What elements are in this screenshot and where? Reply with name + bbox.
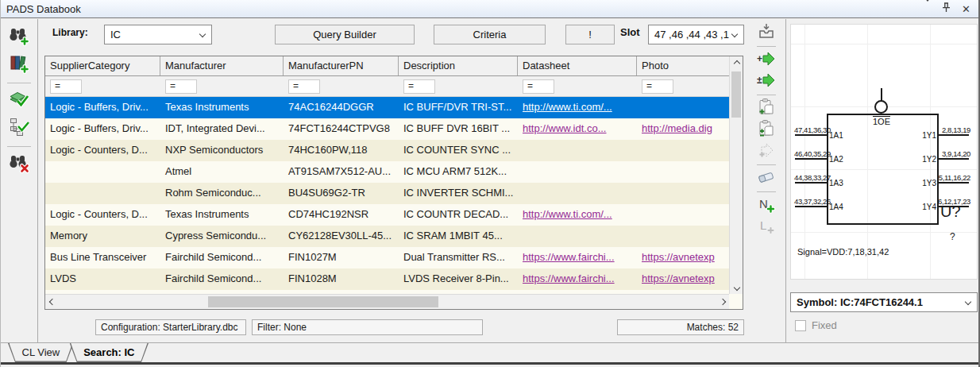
photo-link[interactable]: https://avnetexp xyxy=(637,247,729,268)
symbol-preview: 1OE U? ? Signal=VDD:7,18,31,42 47,41,36,… xyxy=(790,24,978,280)
filter-input[interactable]: = xyxy=(288,79,320,94)
filter-cell: = xyxy=(399,79,518,94)
table-cell: FIN1027M xyxy=(284,247,399,268)
table-row[interactable]: Logic - Buffers, Driv...IDT, Integrated … xyxy=(45,118,729,140)
exclaim-button[interactable]: ! xyxy=(565,25,615,44)
table-cell: IC COUNTR DECAD... xyxy=(399,204,518,226)
table-cell: IC MCU ARM7 512K... xyxy=(399,161,518,183)
pin-icon[interactable] xyxy=(942,2,951,16)
pin-numbers: 44,38,33,27 xyxy=(794,173,832,182)
column-header-suppliercategory[interactable]: SupplierCategory xyxy=(45,56,160,75)
column-header-datasheet[interactable]: Datasheet xyxy=(518,56,637,75)
symbol-refdes-question: ? xyxy=(950,231,955,242)
scroll-right-button[interactable] xyxy=(716,295,729,308)
panel-bottom-edge xyxy=(1,362,978,365)
vertical-scroll-thumb[interactable] xyxy=(731,71,741,118)
tab-search-ic[interactable]: Search: IC xyxy=(70,343,149,362)
filter-input[interactable]: = xyxy=(50,79,82,94)
table-header-row: SupplierCategoryManufacturerManufacturer… xyxy=(45,56,729,76)
table-cell: LVDS xyxy=(45,268,160,290)
panel-divider xyxy=(785,19,786,342)
place-part-button[interactable] xyxy=(755,22,777,44)
pin-numbers: 6,12,17,23 xyxy=(936,197,970,206)
filter-input[interactable]: = xyxy=(642,79,673,94)
filter-cell: = xyxy=(284,79,399,94)
table-cell xyxy=(45,183,160,204)
add-part-plus-button[interactable]: + xyxy=(755,49,777,71)
toolbar-separator xyxy=(7,83,31,83)
pin-numbers: 3,9,14,20 xyxy=(936,149,970,158)
window-menu-chevron-icon[interactable] xyxy=(924,2,931,16)
pin-numbers: 2,8,13,19 xyxy=(936,126,970,134)
datasheet-link[interactable]: http://www.ti.com/... xyxy=(518,97,637,118)
filter-input[interactable]: = xyxy=(403,79,435,94)
library-select[interactable]: IC xyxy=(104,25,212,44)
pin-numbers: 5,11,16,22 xyxy=(936,173,970,182)
svg-text:L: L xyxy=(760,218,766,232)
table-row[interactable]: Logic - Buffers, Driv...Texas Instrument… xyxy=(45,97,729,118)
add-part-plus-minus-button[interactable]: ± xyxy=(755,71,777,92)
table-cell: LVDS Receiver 8-Pin... xyxy=(399,268,518,290)
table-cell: IC COUNTER SYNC ... xyxy=(399,140,518,161)
new-part-button[interactable]: N xyxy=(755,195,777,216)
table-row[interactable]: Logic - Counters, D...NXP Semiconductors… xyxy=(45,140,729,161)
table-row[interactable]: MemoryCypress Semicondu...CY62128EV30LL-… xyxy=(45,226,729,247)
photo-link[interactable]: http://media.dig xyxy=(637,118,729,140)
table-row[interactable]: LVDSFairchild Semicond...FIN1028MLVDS Re… xyxy=(45,268,729,290)
table-row[interactable]: Bus Line TransceiverFairchild Semicond..… xyxy=(45,247,729,268)
verify-part-button[interactable] xyxy=(6,89,32,113)
clear-search-icon xyxy=(9,153,29,176)
column-header-photo[interactable]: Photo xyxy=(637,56,729,75)
slot-select[interactable]: 47 ,46 ,44 ,43 ,1 xyxy=(648,25,744,44)
fixed-checkbox-label: Fixed xyxy=(812,319,837,331)
query-builder-button[interactable]: Query Builder xyxy=(275,25,415,44)
table-cell xyxy=(518,226,637,247)
filter-input[interactable]: = xyxy=(165,79,197,94)
eraser-button[interactable] xyxy=(755,168,777,189)
symbol-select[interactable]: Symbol: IC:74FCT16244.1 xyxy=(790,292,978,312)
close-icon[interactable]: ✕ xyxy=(962,4,970,14)
filter-input[interactable]: = xyxy=(523,79,554,94)
scroll-down-button[interactable] xyxy=(730,280,743,294)
slot-label: Slot xyxy=(620,26,640,38)
datasheet-link[interactable]: https://www.fairchi... xyxy=(518,268,637,290)
table-cell: Atmel xyxy=(160,161,284,183)
scroll-left-button[interactable] xyxy=(45,295,59,308)
horizontal-scroll-thumb[interactable] xyxy=(208,296,438,307)
column-header-manufacturer[interactable]: Manufacturer xyxy=(160,56,284,75)
datasheet-link[interactable]: http://www.ti.com/... xyxy=(518,204,637,226)
clear-search-button[interactable] xyxy=(6,153,32,176)
criteria-button[interactable]: Criteria xyxy=(434,25,546,44)
table-cell: NXP Semiconductors xyxy=(160,140,284,161)
tab-cl-view[interactable]: CL View xyxy=(8,343,74,362)
pin-label: 1A2 xyxy=(829,155,843,164)
slot-select-value: 47 ,46 ,44 ,43 ,1 xyxy=(654,29,729,41)
table-row[interactable]: AtmelAT91SAM7X512-AU...IC MCU ARM7 512K.… xyxy=(45,161,729,183)
horizontal-scrollbar[interactable] xyxy=(45,294,729,309)
verify-connectivity-button[interactable] xyxy=(6,117,32,141)
search-parts-button[interactable] xyxy=(6,25,32,49)
table-row[interactable]: Logic - Counters, D...Texas InstrumentsC… xyxy=(45,204,729,226)
scroll-up-button[interactable] xyxy=(730,56,743,70)
table-row[interactable]: Rohm Semiconduc...BU4SU69G2-TRIC INVERTE… xyxy=(45,183,729,204)
column-header-description[interactable]: Description xyxy=(399,56,518,75)
photo-link[interactable]: https://avnetexp xyxy=(637,268,729,290)
view-tabbar: CL View Search: IC xyxy=(1,342,978,362)
new-part-icon: N xyxy=(757,195,776,217)
fixed-checkbox[interactable] xyxy=(795,320,806,331)
new-library-part-disabled-icon: L xyxy=(757,216,776,238)
paste-part-disabled-button xyxy=(755,141,777,162)
symbol-inversion-bubble xyxy=(874,100,888,114)
paste-part-plus-button[interactable] xyxy=(755,98,777,119)
tab-label: CL View xyxy=(10,343,73,361)
pin-line xyxy=(939,158,969,160)
vertical-scrollbar[interactable] xyxy=(729,56,743,294)
paste-part-disabled-icon xyxy=(757,141,776,163)
datasheet-link[interactable]: https://www.fairchi... xyxy=(518,247,637,268)
pin-label: 1Y1 xyxy=(902,131,936,140)
pin-line xyxy=(795,134,827,136)
search-libraries-button[interactable] xyxy=(6,53,32,77)
column-header-manufacturerpn[interactable]: ManufacturerPN xyxy=(284,56,399,75)
paste-part-plus-minus-button[interactable] xyxy=(755,119,777,141)
datasheet-link[interactable]: http://www.idt.co... xyxy=(518,118,637,140)
